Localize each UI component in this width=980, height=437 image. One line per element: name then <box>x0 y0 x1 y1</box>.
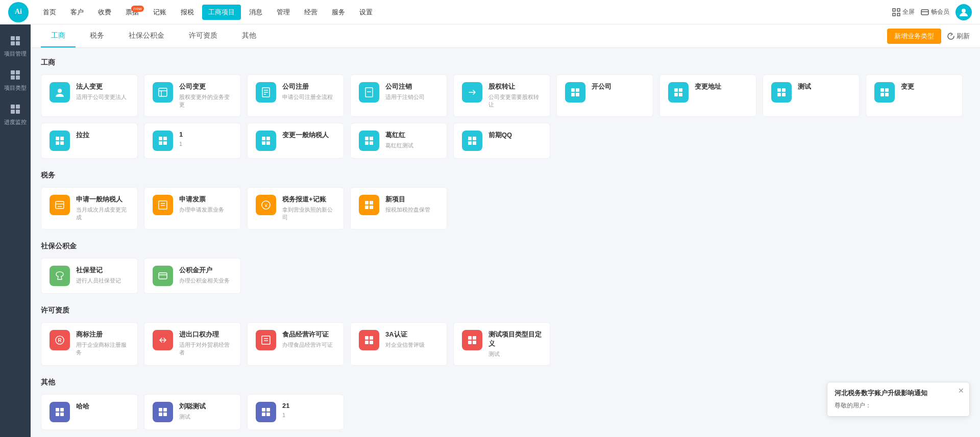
card-guquan-zhuanrang[interactable]: 股权转让 公司变更需要股权转让 <box>453 74 550 117</box>
nav-industry[interactable]: 工商项目 <box>202 5 241 20</box>
svg-rect-99 <box>163 408 167 412</box>
tab-gongshang[interactable]: 工商 <box>41 25 76 47</box>
card-shenqing-fapiao[interactable]: 申请发票 办理申请发票业务 <box>144 187 241 229</box>
card-21[interactable]: 21 1 <box>247 394 344 430</box>
notification-body: 尊敬的用户： <box>835 401 962 410</box>
nav-manage[interactable]: 管理 <box>271 5 296 20</box>
card-title: 申请发票 <box>179 195 232 204</box>
svg-rect-51 <box>159 137 162 140</box>
svg-rect-11 <box>11 41 15 45</box>
avatar[interactable] <box>955 4 972 20</box>
svg-rect-39 <box>777 88 781 92</box>
svg-rect-88 <box>365 341 369 344</box>
card-faren-biangeng[interactable]: 法人变更 适用于公司变更法人 <box>41 74 138 117</box>
card-ceshi-leixing[interactable]: 测试项目类型目定义 测试 <box>453 322 550 366</box>
member-icon <box>921 8 929 16</box>
nav-client[interactable]: 客户 <box>64 5 90 20</box>
card-title: 新项目 <box>385 195 438 204</box>
card-desc: 办理食品经营许可证 <box>282 341 335 349</box>
tab-shuiwu[interactable]: 税务 <box>80 25 114 47</box>
card-gongsi-zhuce[interactable]: 公司注册 申请公司注册全流程 <box>247 74 344 117</box>
card-icon <box>256 402 276 422</box>
card-gongjijin-kaihu[interactable]: 公积金开户 办理公积金相关业务 <box>144 258 241 294</box>
fullscreen-button[interactable]: 全屏 <box>892 8 915 16</box>
refresh-button[interactable]: 刷新 <box>947 32 970 41</box>
svg-rect-6 <box>921 10 928 15</box>
svg-rect-18 <box>16 105 20 109</box>
sidebar-item-progress-monitor[interactable]: 进度监控 <box>0 97 31 131</box>
svg-rect-34 <box>576 93 579 96</box>
card-shangbiao-zhuce[interactable]: R 商标注册 用于企业商标注册服务 <box>41 322 138 366</box>
card-icon <box>359 82 379 102</box>
tab-xuke[interactable]: 许可资质 <box>179 25 228 47</box>
card-shebao-dengji[interactable]: 社保登记 进行人员社保登记 <box>41 258 138 294</box>
svg-rect-33 <box>571 93 575 96</box>
card-gehonghong[interactable]: 葛红红 葛红红测试 <box>350 123 447 159</box>
card-qianqi-qq[interactable]: 前期QQ <box>453 123 550 159</box>
svg-rect-93 <box>473 341 476 344</box>
svg-rect-35 <box>674 88 678 92</box>
card-icon: R <box>50 330 70 350</box>
tab-shebao[interactable]: 社保公积金 <box>118 25 175 47</box>
card-title: 税务报道+记账 <box>282 195 335 204</box>
svg-rect-76 <box>370 201 373 204</box>
nav-message[interactable]: 消息 <box>243 5 268 20</box>
svg-rect-97 <box>60 413 64 416</box>
tab-qita[interactable]: 其他 <box>232 25 266 47</box>
section-shebao: 社保公积金 社保登记 进行人员社保登记 公积金开户 <box>41 242 970 294</box>
card-icon <box>359 131 379 151</box>
card-liucong-ceshi[interactable]: 刘聪测试 测试 <box>144 394 241 430</box>
card-icon <box>462 330 482 350</box>
nav-bookkeeping[interactable]: 记账 <box>147 5 173 20</box>
card-shipin-xuke[interactable]: 食品经营许可证 办理食品经营许可证 <box>247 322 344 366</box>
notification-close-button[interactable]: ✕ <box>958 387 964 395</box>
card-title: 股权转让 <box>488 82 542 91</box>
card-jinchukou[interactable]: 进出口权办理 适用于对外贸易经营者 <box>144 322 241 366</box>
card-icon: ¥ <box>256 195 276 215</box>
nav-right: 全屏 畅会员 <box>892 4 972 20</box>
new-type-button[interactable]: 新增业务类型 <box>887 29 941 44</box>
svg-rect-96 <box>56 413 59 416</box>
nav-operation[interactable]: 经营 <box>298 5 324 20</box>
card-shuiwu-baodao[interactable]: ¥ 税务报道+记账 拿到营业执照的新公司 <box>247 187 344 229</box>
nav-tax[interactable]: 报税 <box>175 5 200 20</box>
card-biangeng2[interactable]: 变更 <box>866 74 963 117</box>
card-gongsi-biangeng[interactable]: 公司变更 股权变更外的业务变更 <box>144 74 241 117</box>
card-title: 变更一般纳税人 <box>282 131 335 140</box>
sidebar: 项目管理 项目类型 进度监控 <box>0 24 31 437</box>
notification-title: 河北税务数字账户升级影响通知 <box>835 389 962 398</box>
svg-rect-60 <box>370 137 373 140</box>
card-3a-renzheng[interactable]: 3A认证 对企业信誉评级 <box>350 322 447 366</box>
nav-service[interactable]: 服务 <box>326 5 351 20</box>
card-haha[interactable]: 哈哈 <box>41 394 138 430</box>
svg-rect-43 <box>880 88 884 92</box>
card-ceshi[interactable]: 测试 <box>763 74 860 117</box>
nav-settings[interactable]: 设置 <box>353 5 379 20</box>
card-biangeng-yibannashuiren[interactable]: 变更一般纳税人 <box>247 123 344 159</box>
card-biangeng-dizhi[interactable]: 变更地址 <box>659 74 756 117</box>
svg-rect-13 <box>11 70 15 74</box>
member-button[interactable]: 畅会员 <box>921 8 949 16</box>
card-icon <box>50 402 70 422</box>
card-shenqing-yibannashuiren[interactable]: 申请一般纳税人 当月或次月成变更完成 <box>41 187 138 229</box>
card-gongsi-zhuxiao[interactable]: 公司注销 适用于注销公司 <box>350 74 447 117</box>
sidebar-item-project-type[interactable]: 项目类型 <box>0 63 31 97</box>
card-desc: 办理申请发票业务 <box>179 206 232 214</box>
nav-invoice[interactable]: 票据 new <box>119 5 145 20</box>
svg-rect-49 <box>56 141 59 145</box>
card-title: 公积金开户 <box>179 266 232 275</box>
card-title: 公司注册 <box>282 82 335 91</box>
card-xin-xiangmu[interactable]: 新项目 报税加税控盘保管 <box>350 187 447 229</box>
svg-rect-105 <box>266 413 270 416</box>
card-desc: 1 <box>282 412 335 419</box>
svg-rect-94 <box>56 408 59 412</box>
nav-fee[interactable]: 收费 <box>92 5 117 20</box>
card-1[interactable]: 1 1 <box>144 123 241 159</box>
logo[interactable]: Ai <box>8 2 29 22</box>
sidebar-item-project-manage[interactable]: 项目管理 <box>0 29 31 63</box>
svg-text:R: R <box>58 338 62 343</box>
card-lala[interactable]: 拉拉 <box>41 123 138 159</box>
card-kai-gongsi[interactable]: 开公司 <box>556 74 653 117</box>
nav-home[interactable]: 首页 <box>37 5 62 20</box>
svg-rect-52 <box>163 137 167 140</box>
